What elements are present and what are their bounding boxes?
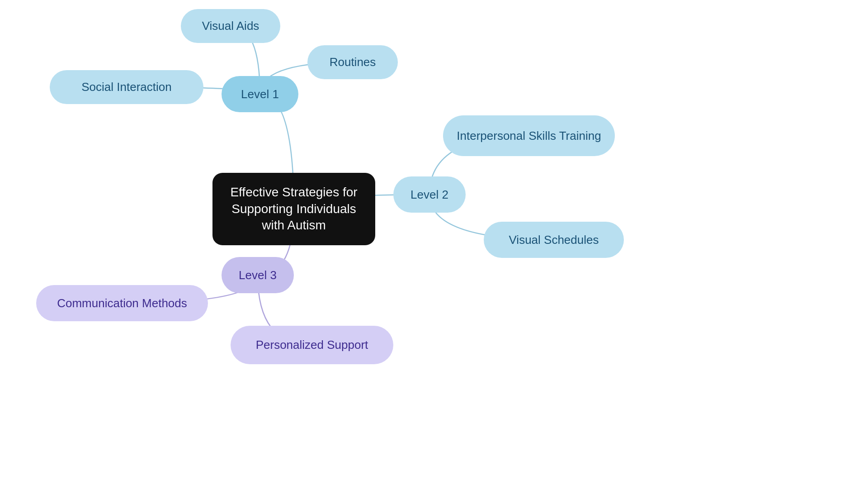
visual-schedules-node[interactable]: Visual Schedules [484, 222, 624, 258]
center-node[interactable]: Effective Strategies for Supporting Indi… [212, 173, 375, 245]
communication-methods-node[interactable]: Communication Methods [36, 285, 208, 321]
interpersonal-skills-node[interactable]: Interpersonal Skills Training [443, 115, 615, 156]
social-interaction-node[interactable]: Social Interaction [50, 70, 203, 104]
level2-node[interactable]: Level 2 [393, 176, 466, 213]
routines-node[interactable]: Routines [307, 45, 398, 79]
level3-node[interactable]: Level 3 [222, 257, 294, 293]
personalized-support-node[interactable]: Personalized Support [231, 326, 393, 364]
visual-aids-node[interactable]: Visual Aids [181, 9, 280, 43]
level1-node[interactable]: Level 1 [222, 76, 298, 112]
